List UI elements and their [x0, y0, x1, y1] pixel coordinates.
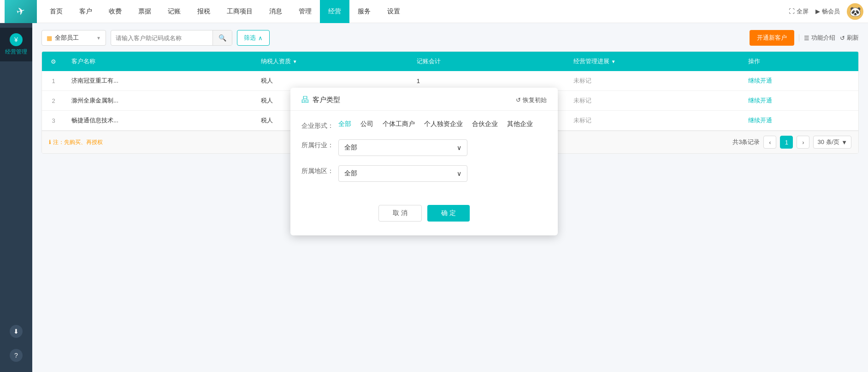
th-name: 客户名称 [65, 52, 254, 71]
fullscreen-button[interactable]: ⛶ 全屏 [789, 7, 809, 16]
row-name: 滁州全康金属制... [65, 91, 254, 111]
progress-filter-icon[interactable]: ▼ [611, 59, 616, 64]
prev-page-button[interactable]: ‹ [763, 136, 776, 149]
operation-icon: ¥ [10, 33, 23, 46]
row-action[interactable]: 继续开通 [742, 91, 858, 111]
page-size-arrow-icon: ▼ [841, 139, 847, 146]
option-other[interactable]: 其他企业 [507, 120, 533, 128]
th-action: 操作 [742, 52, 858, 71]
func-icon: ☰ [804, 35, 809, 42]
sidebar-download[interactable]: ⬇ [7, 319, 25, 343]
enterprise-option-group: 全部 公司 个体工商户 个人独资企业 合伙企业 其他企业 [338, 120, 547, 128]
nav-bill[interactable]: 票据 [130, 0, 159, 23]
dialog-title-text: 客户类型 [313, 96, 340, 104]
filter-button[interactable]: 筛选 ∧ [237, 30, 270, 46]
refresh-label: 刷新 [847, 34, 859, 42]
row-progress: 未标记 [567, 91, 742, 111]
dialog-title: 品 客户类型 [301, 95, 340, 105]
refresh-button[interactable]: ↺ 刷新 [840, 34, 859, 42]
help-icon: ? [10, 349, 23, 362]
confirm-button[interactable]: 确 定 [427, 205, 470, 222]
region-select[interactable]: 全部 ∨ [338, 165, 467, 182]
nav-settings[interactable]: 设置 [379, 0, 408, 23]
main-content: ▦ 全部员工 ▼ 🔍 筛选 ∧ 开通新客户 ☰ 功能介绍 ↺ [32, 23, 868, 372]
row-name: 畅捷通信息技术... [65, 111, 254, 131]
row-action[interactable]: 继续开通 [742, 111, 858, 131]
enterprise-form-label: 企业形式： [301, 120, 338, 130]
option-partnership[interactable]: 合伙企业 [472, 120, 498, 128]
nav-operation[interactable]: 经营 [320, 0, 349, 23]
fullscreen-icon: ⛶ [789, 8, 795, 15]
reset-button[interactable]: ↺ 恢复初始 [516, 96, 547, 104]
table-header-row: ⚙ 客户名称 纳税人资质 ▼ 记账会计 [42, 52, 858, 71]
industry-form-row: 所属行业： 全部 ∨ [301, 139, 547, 156]
nav-business[interactable]: 工商项目 [218, 0, 261, 23]
func-intro-button[interactable]: ☰ 功能介绍 [804, 34, 835, 42]
func-label: 功能介绍 [811, 34, 835, 42]
dialog-body: 企业形式： 全部 公司 个体工商户 个人独资企业 合伙企业 其他企业 所属行业： [290, 111, 558, 200]
employee-icon: ▦ [47, 35, 52, 42]
nav-service[interactable]: 服务 [349, 0, 379, 23]
nav-items: 首页 客户 收费 票据 记账 报税 工商项目 消息 管理 经营 服务 设置 [41, 0, 789, 23]
industry-form-label: 所属行业： [301, 139, 338, 150]
option-individual[interactable]: 个人独资企业 [424, 120, 463, 128]
nav-home[interactable]: 首页 [41, 0, 71, 23]
option-company[interactable]: 公司 [360, 120, 373, 128]
th-settings[interactable]: ⚙ [42, 52, 65, 71]
employee-arrow-icon: ▼ [96, 36, 101, 41]
industry-select-wrapper: 全部 ∨ [338, 139, 547, 156]
industry-arrow-icon: ∨ [457, 144, 461, 151]
page-1-button[interactable]: 1 [780, 136, 793, 149]
next-page-button[interactable]: › [797, 136, 809, 149]
sidebar-bottom: ⬇ ? [7, 319, 25, 367]
enterprise-form-row: 企业形式： 全部 公司 个体工商户 个人独资企业 合伙企业 其他企业 [301, 120, 547, 130]
settings-icon: ⚙ [51, 58, 56, 65]
sidebar-item-operation[interactable]: ¥ 经营管理 [0, 28, 32, 61]
option-all[interactable]: 全部 [338, 120, 351, 128]
row-action[interactable]: 继续开通 [742, 71, 858, 91]
sidebar-help[interactable]: ? [7, 343, 25, 367]
nav-tax[interactable]: 报税 [189, 0, 218, 23]
reset-icon: ↺ [516, 96, 521, 103]
dialog-title-icon: 品 [301, 95, 309, 105]
nav-message[interactable]: 消息 [261, 0, 290, 23]
filter-dialog: 品 客户类型 ↺ 恢复初始 企业形式： 全部 公司 个体工商户 [290, 88, 558, 235]
search-button[interactable]: 🔍 [213, 30, 232, 45]
page-size-select[interactable]: 30 条/页 ▼ [813, 136, 851, 149]
refresh-icon: ↺ [840, 35, 845, 42]
pagination: 共3条记录 ‹ 1 › 30 条/页 ▼ [732, 136, 851, 149]
toolbar: ▦ 全部员工 ▼ 🔍 筛选 ∧ 开通新客户 ☰ 功能介绍 ↺ [41, 30, 859, 46]
avatar[interactable]: 🐼 [847, 3, 863, 20]
employee-select[interactable]: ▦ 全部员工 ▼ [41, 30, 106, 46]
dialog-footer: 取 消 确 定 [290, 200, 558, 222]
row-progress: 未标记 [567, 71, 742, 91]
employee-label: 全部员工 [55, 34, 79, 42]
reset-label: 恢复初始 [523, 96, 547, 104]
search-box: 🔍 [111, 30, 232, 46]
nav-fee[interactable]: 收费 [100, 0, 130, 23]
nav-manage[interactable]: 管理 [290, 0, 320, 23]
enterprise-options: 全部 公司 个体工商户 个人独资企业 合伙企业 其他企业 [338, 120, 547, 128]
nav-customer[interactable]: 客户 [71, 0, 100, 23]
nav-account[interactable]: 记账 [159, 0, 189, 23]
open-customer-button[interactable]: 开通新客户 [750, 30, 794, 46]
logo-icon: ✈ [15, 5, 26, 18]
region-value: 全部 [344, 169, 357, 178]
filter-arrow-icon: ∧ [258, 35, 263, 42]
taxpayer-filter-icon[interactable]: ▼ [293, 59, 297, 64]
row-index: 1 [42, 71, 65, 91]
industry-select[interactable]: 全部 ∨ [338, 139, 467, 156]
row-index: 3 [42, 111, 65, 131]
play-icon: ▶ [815, 8, 820, 15]
top-navigation: ✈ 首页 客户 收费 票据 记账 报税 工商项目 消息 管理 经营 服务 设置 … [0, 0, 868, 23]
cancel-button[interactable]: 取 消 [378, 205, 422, 222]
th-taxpayer: 纳税人资质 ▼ [254, 52, 410, 71]
member-button[interactable]: ▶ 畅会员 [815, 7, 840, 16]
nav-right: ⛶ 全屏 ▶ 畅会员 🐼 [789, 3, 863, 20]
footer-note: 注：先购买、再授权 [53, 138, 103, 146]
fullscreen-label: 全屏 [797, 7, 809, 16]
search-input[interactable] [111, 35, 213, 42]
region-form-row: 所属地区： 全部 ∨ [301, 165, 547, 182]
divider [799, 34, 799, 42]
option-sole[interactable]: 个体工商户 [383, 120, 415, 128]
